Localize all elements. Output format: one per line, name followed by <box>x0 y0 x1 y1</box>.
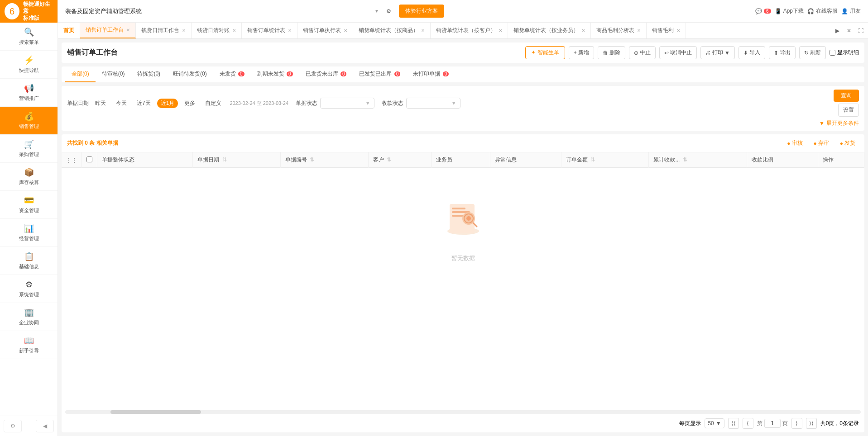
import-button[interactable]: ⬇ 导入 <box>739 46 765 59</box>
tab-sales-workbench[interactable]: 销售订单工作台 ✕ <box>80 23 136 38</box>
number-sort-icon[interactable]: ⇅ <box>310 156 314 163</box>
date-col-header[interactable]: 单据日期 ⇅ <box>193 152 281 168</box>
tab-cash-reconcile[interactable]: 钱货日清对账 ✕ <box>192 23 242 38</box>
refresh-button[interactable]: ↻ 刷新 <box>799 46 826 59</box>
sub-tab-overdue-not-shipped[interactable]: 到期未发货 0 <box>251 66 299 82</box>
tab-sales-stats-customer[interactable]: 销货单统计表（按客户） ✕ <box>431 23 508 38</box>
sidebar-item-marketing[interactable]: 📢 营销推广 <box>0 79 58 107</box>
message-button[interactable]: 💬 6 <box>755 8 771 14</box>
tab-sales-order-exec[interactable]: 销售订单执行表 ✕ <box>297 23 353 38</box>
scrollbar-thumb[interactable] <box>110 410 201 414</box>
smart-create-button[interactable]: ✦ 智能生单 <box>525 46 565 59</box>
tab-sales-margin-close[interactable]: ✕ <box>676 28 680 33</box>
suspend-button[interactable]: ⊖ 中止 <box>629 46 656 59</box>
collected-sort-icon[interactable]: ⇅ <box>683 156 687 163</box>
sidebar-item-finance[interactable]: 💳 资金管理 <box>0 191 58 219</box>
add-button[interactable]: + 新增 <box>569 46 594 59</box>
show-detail-checkbox[interactable] <box>830 50 835 56</box>
customer-sort-icon[interactable]: ⇅ <box>387 156 391 163</box>
app-download-button[interactable]: 📱 App下载 <box>775 7 804 15</box>
tab-product-margin[interactable]: 商品毛利分析表 ✕ <box>591 23 647 38</box>
collected-col-header[interactable]: 累计收款... ⇅ <box>649 152 747 168</box>
sidebar-item-enterprise[interactable]: 🏢 企业协同 <box>0 303 58 331</box>
tab-cash-daily[interactable]: 钱货日清工作台 ✕ <box>136 23 192 38</box>
settings-button[interactable]: ⚙ <box>4 420 22 432</box>
sidebar-item-guide[interactable]: 📖 新手引导 <box>0 331 58 359</box>
tab-sales-stats-product-close[interactable]: ✕ <box>421 28 425 33</box>
sub-tab-shipped-out[interactable]: 已发货已出库 0 <box>353 66 407 82</box>
date-today[interactable]: 今天 <box>112 99 130 108</box>
sub-tab-not-shipped[interactable]: 未发货 0 <box>213 66 251 82</box>
tab-sales-stats-table-close[interactable]: ✕ <box>288 28 292 33</box>
tab-home[interactable]: 首页 <box>58 23 80 38</box>
online-service-button[interactable]: 🎧 在线客服 <box>807 7 838 15</box>
date-7days[interactable]: 近7天 <box>133 99 154 108</box>
sidebar-item-purchase[interactable]: 🛒 采购管理 <box>0 135 58 163</box>
topbar-settings-icon[interactable]: ⚙ <box>383 5 395 18</box>
horizontal-scrollbar[interactable] <box>65 410 861 414</box>
tab-sales-stats-salesperson[interactable]: 销货单统计表（按业务员） ✕ <box>508 23 591 38</box>
page-number-input[interactable] <box>764 419 781 428</box>
tab-sales-workbench-close[interactable]: ✕ <box>126 28 130 33</box>
industry-solution-button[interactable]: 体验行业方案 <box>399 5 444 18</box>
tab-cash-reconcile-close[interactable]: ✕ <box>232 28 236 33</box>
tab-sales-order-exec-close[interactable]: ✕ <box>344 28 347 33</box>
sidebar-item-sales[interactable]: 💰 销售管理 <box>0 107 58 135</box>
sub-tab-pending-inspect[interactable]: 待拣货(0) <box>131 66 167 82</box>
sub-tab-wangpu-pending[interactable]: 旺铺待发货(0) <box>167 66 213 82</box>
sub-tab-not-printed[interactable]: 未打印单据 0 <box>407 66 455 82</box>
page-size-select[interactable]: 50 ▼ <box>705 418 724 428</box>
number-col-header[interactable]: 单据编号 ⇅ <box>281 152 369 168</box>
amount-sort-icon[interactable]: ⇅ <box>590 156 595 163</box>
tab-maximize-button[interactable]: ⛶ <box>855 25 866 36</box>
tab-overflow-button[interactable]: ▶ <box>832 25 843 36</box>
sidebar-item-operations[interactable]: 📊 经营管理 <box>0 219 58 247</box>
sidebar-item-inventory[interactable]: 📦 库存核算 <box>0 163 58 191</box>
page-prev-button[interactable]: ⟨ <box>743 418 753 429</box>
system-dropdown-arrow[interactable]: ▼ <box>374 9 379 14</box>
tab-sales-margin[interactable]: 销售毛利 ✕ <box>647 23 686 38</box>
select-all-checkbox[interactable] <box>86 156 92 162</box>
sidebar-item-quick-nav[interactable]: ⚡ 快捷导航 <box>0 51 58 79</box>
sidebar-item-system[interactable]: ⚙ 系统管理 <box>0 275 58 303</box>
tab-sales-stats-product[interactable]: 销货单统计表（按商品） ✕ <box>353 23 431 38</box>
date-sort-icon[interactable]: ⇅ <box>222 156 227 163</box>
page-next-button[interactable]: ⟩ <box>791 418 802 429</box>
tab-product-margin-close[interactable]: ✕ <box>637 28 641 33</box>
print-dropdown-arrow[interactable]: ▼ <box>724 50 730 56</box>
sub-tab-pending-review[interactable]: 待审核(0) <box>96 66 131 82</box>
expand-conditions-button[interactable]: ▼ 展开更多条件 <box>819 119 859 127</box>
page-last-button[interactable]: ⟩⟩ <box>806 418 817 429</box>
tab-sales-stats-salesperson-close[interactable]: ✕ <box>581 28 585 33</box>
export-button[interactable]: ⬆ 导出 <box>769 46 796 59</box>
status-col-header[interactable]: 单据整体状态 <box>97 152 193 168</box>
user-menu-button[interactable]: 👤 用友 <box>841 7 861 15</box>
tab-sales-stats-customer-close[interactable]: ✕ <box>499 28 502 33</box>
tab-sales-stats-table[interactable]: 销售订单统计表 ✕ <box>242 23 297 38</box>
ship-button[interactable]: ● 发货 <box>836 138 859 148</box>
amount-col-header[interactable]: 订单金额 ⇅ <box>561 152 649 168</box>
filter-settings-button[interactable]: 设置 <box>838 104 859 117</box>
show-detail-checkbox-label[interactable]: 显示明细 <box>830 49 859 57</box>
date-more[interactable]: 更多 <box>181 99 199 108</box>
customer-col-header[interactable]: 客户 ⇅ <box>368 152 431 168</box>
query-button[interactable]: 查询 <box>834 90 859 102</box>
date-yesterday[interactable]: 昨天 <box>91 99 110 108</box>
unreview-button[interactable]: ● 弃审 <box>810 138 833 148</box>
date-1month[interactable]: 近1月 <box>157 99 178 108</box>
salesperson-col-header[interactable]: 业务员 <box>432 152 490 168</box>
payment-select[interactable]: ▼ <box>406 98 460 109</box>
status-select[interactable]: ▼ <box>320 98 374 109</box>
print-button[interactable]: 🖨 打印 ▼ <box>700 46 735 59</box>
date-custom[interactable]: 自定义 <box>201 99 225 108</box>
collapse-button[interactable]: ◀ <box>36 420 54 432</box>
review-button[interactable]: ● 审核 <box>783 138 806 148</box>
abnormal-col-header[interactable]: 异常信息 <box>490 152 561 168</box>
sub-tab-shipped-not-out[interactable]: 已发货未出库 0 <box>299 66 353 82</box>
sidebar-item-base-info[interactable]: 📋 基础信息 <box>0 247 58 275</box>
tab-close-all-button[interactable]: ✕ <box>844 25 854 36</box>
cancel-suspend-button[interactable]: ↩ 取消中止 <box>659 46 697 59</box>
tab-cash-daily-close[interactable]: ✕ <box>182 28 186 33</box>
sub-tab-all[interactable]: 全部(0) <box>65 66 96 82</box>
checkbox-col-header[interactable] <box>82 152 97 168</box>
